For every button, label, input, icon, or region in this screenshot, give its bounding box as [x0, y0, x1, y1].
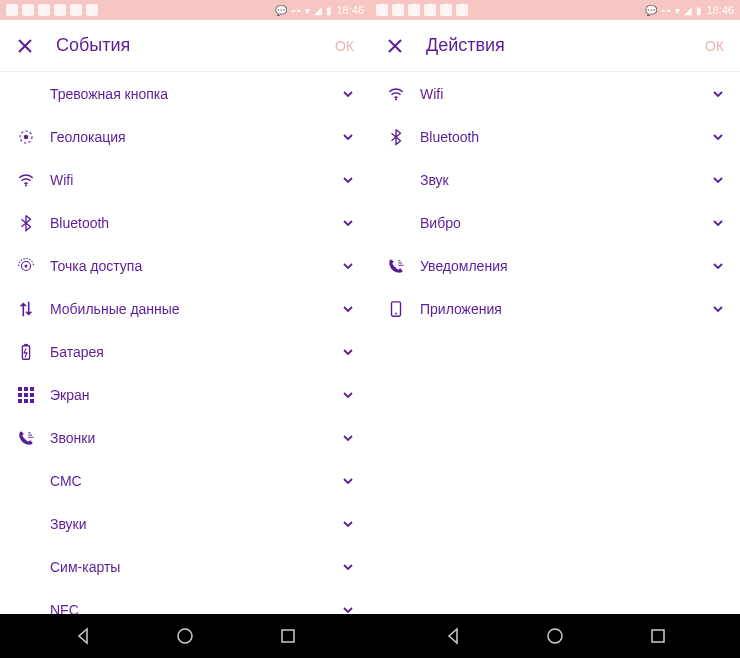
bluetooth-icon: [386, 127, 406, 147]
list-item[interactable]: Сим-карты: [0, 545, 370, 588]
chat-icon: 💬: [645, 5, 657, 16]
signal-icon: ◢: [314, 5, 322, 16]
list-item[interactable]: Батарея: [0, 330, 370, 373]
list-item[interactable]: Геолокация: [0, 115, 370, 158]
list-item[interactable]: Звонки: [0, 416, 370, 459]
nav-recent-button[interactable]: [268, 616, 308, 656]
chat-icon: 💬: [275, 5, 287, 16]
device-icon: [386, 299, 406, 319]
list-item[interactable]: СМС: [0, 459, 370, 502]
clock-text: 18:46: [706, 4, 734, 16]
svg-rect-8: [24, 387, 28, 391]
svg-point-18: [395, 312, 397, 314]
status-notification-icon: [392, 4, 404, 16]
item-label: Звук: [420, 172, 698, 188]
status-notification-icon: [54, 4, 66, 16]
status-notification-icon: [440, 4, 452, 16]
item-label: Bluetooth: [420, 129, 698, 145]
svg-rect-13: [18, 399, 22, 403]
wifi-icon: [386, 84, 406, 104]
close-button[interactable]: [386, 37, 404, 55]
chevron-down-icon: [342, 217, 354, 229]
svg-point-2: [25, 184, 27, 186]
vpn-icon: ⊶: [291, 5, 301, 16]
chevron-down-icon: [342, 88, 354, 100]
list-item[interactable]: Wifi: [370, 72, 740, 115]
chevron-down-icon: [342, 346, 354, 358]
vpn-icon: ⊶: [661, 5, 671, 16]
status-notification-icon: [22, 4, 34, 16]
nav-recent-button[interactable]: [638, 616, 678, 656]
header: События ОК: [0, 20, 370, 72]
clock-text: 18:46: [336, 4, 364, 16]
navigation-bar: [0, 614, 740, 658]
status-notification-icon: [376, 4, 388, 16]
mobiledata-icon: [16, 299, 36, 319]
chevron-down-icon: [712, 88, 724, 100]
item-label: Экран: [50, 387, 328, 403]
wifi-icon: [16, 170, 36, 190]
battery-icon: ▮: [326, 5, 332, 16]
ok-button[interactable]: ОК: [335, 38, 354, 54]
svg-rect-14: [24, 399, 28, 403]
item-label: Геолокация: [50, 129, 328, 145]
list-item[interactable]: Экран: [0, 373, 370, 416]
svg-rect-22: [652, 630, 664, 642]
bluetooth-icon: [16, 213, 36, 233]
item-label: Батарея: [50, 344, 328, 360]
list-item[interactable]: Bluetooth: [0, 201, 370, 244]
list-item[interactable]: NFC: [0, 588, 370, 614]
item-label: Вибро: [420, 215, 698, 231]
list-item[interactable]: Wifi: [0, 158, 370, 201]
chevron-down-icon: [342, 389, 354, 401]
nav-home-button[interactable]: [535, 616, 575, 656]
list-item[interactable]: Точка доступа: [0, 244, 370, 287]
svg-rect-12: [30, 393, 34, 397]
list-item[interactable]: Приложения: [370, 287, 740, 330]
page-title: События: [56, 35, 313, 56]
nav-back-button[interactable]: [433, 616, 473, 656]
actions-screen: 💬 ⊶ ▾ ◢ ▮ 18:46 Действия ОК WifiBluetoot…: [370, 0, 740, 614]
status-notification-icon: [86, 4, 98, 16]
nav-home-button[interactable]: [165, 616, 205, 656]
events-list: Тревожная кнопкаГеолокацияWifiBluetoothТ…: [0, 72, 370, 614]
item-label: Звонки: [50, 430, 328, 446]
chevron-down-icon: [712, 217, 724, 229]
list-item[interactable]: Уведомления: [370, 244, 740, 287]
battery-icon: [16, 342, 36, 362]
svg-rect-20: [282, 630, 294, 642]
status-notification-icon: [70, 4, 82, 16]
phone-icon: [16, 428, 36, 448]
svg-point-21: [548, 629, 562, 643]
item-label: Звуки: [50, 516, 328, 532]
svg-point-0: [24, 134, 29, 139]
list-item[interactable]: Bluetooth: [370, 115, 740, 158]
svg-rect-9: [30, 387, 34, 391]
chevron-down-icon: [342, 260, 354, 272]
events-screen: 💬 ⊶ ▾ ◢ ▮ 18:46 События ОК Тревожная кно…: [0, 0, 370, 614]
ok-button[interactable]: ОК: [705, 38, 724, 54]
svg-rect-15: [30, 399, 34, 403]
list-item[interactable]: Звук: [370, 158, 740, 201]
item-label: Тревожная кнопка: [50, 86, 328, 102]
close-button[interactable]: [16, 37, 34, 55]
status-notification-icon: [38, 4, 50, 16]
status-bar: 💬 ⊶ ▾ ◢ ▮ 18:46: [370, 0, 740, 20]
item-label: Мобильные данные: [50, 301, 328, 317]
item-label: Уведомления: [420, 258, 698, 274]
list-item[interactable]: Звуки: [0, 502, 370, 545]
status-notification-icon: [456, 4, 468, 16]
nav-back-button[interactable]: [63, 616, 103, 656]
chevron-down-icon: [712, 131, 724, 143]
list-item[interactable]: Мобильные данные: [0, 287, 370, 330]
item-label: Приложения: [420, 301, 698, 317]
chevron-down-icon: [342, 475, 354, 487]
list-item[interactable]: Вибро: [370, 201, 740, 244]
list-item[interactable]: Тревожная кнопка: [0, 72, 370, 115]
chevron-down-icon: [712, 260, 724, 272]
chevron-down-icon: [342, 518, 354, 530]
item-label: СМС: [50, 473, 328, 489]
svg-point-3: [25, 264, 28, 267]
chevron-down-icon: [712, 174, 724, 186]
chevron-down-icon: [342, 174, 354, 186]
